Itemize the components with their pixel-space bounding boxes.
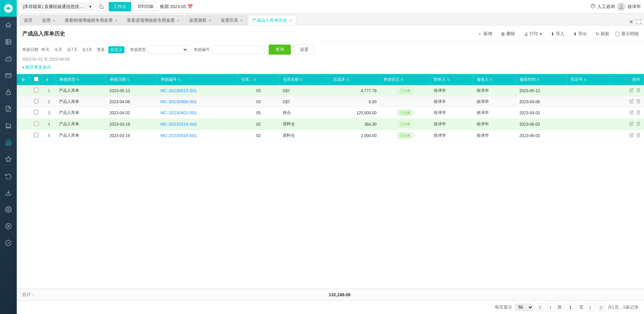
sidebar-item-warehouse[interactable] [0, 134, 17, 151]
tab-invoice-calc-close[interactable]: × [209, 18, 211, 23]
tab-check-sales-vat-label: 查看销项增值税专用发票 [65, 17, 113, 23]
import-button[interactable]: ⬇ 导入 [548, 29, 567, 38]
row-delete-icon[interactable] [636, 133, 641, 138]
new-label: 新增 [483, 31, 492, 37]
row-number-link[interactable]: MC-20230406-001 [160, 99, 197, 104]
new-button[interactable]: ＋ 新增 [475, 29, 495, 38]
filter-number-input[interactable] [212, 46, 265, 54]
date-shortcut-1month[interactable]: 近1月 [81, 46, 94, 53]
display-toggle-checkbox[interactable] [615, 32, 620, 36]
copy-icon-btn[interactable] [97, 2, 106, 11]
first-page-button[interactable]: ⟨⟨ [536, 303, 544, 311]
date-shortcut-today[interactable]: 今天 [53, 46, 64, 53]
col-creator[interactable]: 制单人 ⇅ [430, 74, 473, 85]
tab-invoice-close[interactable]: × [53, 18, 55, 23]
workbench-button[interactable]: 工作台 [109, 2, 131, 11]
sidebar-item-star[interactable] [0, 151, 17, 168]
sidebar-item-refresh[interactable] [0, 168, 17, 184]
tab-home[interactable]: 首页 [19, 15, 37, 25]
filter-expand-btn[interactable]: ▾ 展开更多条件 [22, 64, 639, 70]
select-all-checkbox[interactable] [34, 77, 39, 81]
row-settings-icon [17, 130, 30, 141]
row-edit-icon[interactable] [629, 88, 634, 93]
col-modify-time[interactable]: 修改时间 ⇅ [516, 74, 567, 85]
tab-product-history-close[interactable]: × [289, 18, 292, 23]
col-status[interactable]: 单据状态 ⇅ [380, 74, 430, 85]
row-delete-icon[interactable] [636, 110, 641, 116]
tab-check-sales-vat-close[interactable]: × [115, 18, 117, 23]
row-checkbox[interactable] [34, 121, 39, 126]
row-checkbox[interactable] [34, 99, 39, 104]
col-modifier[interactable]: 修改人 ⇅ [473, 74, 516, 85]
row-edit-icon[interactable] [629, 133, 634, 138]
row-number-link[interactable]: MC-20230402-001 [160, 110, 197, 115]
sidebar-item-book[interactable] [0, 117, 17, 134]
sidebar-item-home[interactable] [0, 17, 17, 34]
tab-invoice[interactable]: 发票 × [38, 15, 60, 25]
col-type[interactable]: 单据类型 ⇅ [56, 74, 106, 85]
sidebar-item-settings[interactable] [0, 201, 17, 218]
sidebar-item-lock[interactable] [0, 84, 17, 101]
reset-button[interactable]: 设置 [294, 45, 314, 55]
row-number-link[interactable]: MC-20230513-001 [160, 88, 197, 93]
sidebar-item-play[interactable] [0, 218, 17, 235]
company-selector[interactable]: (库存核算) 直播轻娱通信息技术股份... ▾ [20, 2, 94, 11]
user-name[interactable]: 徐泽华 [628, 4, 641, 10]
next-page-button[interactable]: ⟩ [586, 303, 594, 311]
tab-close-all-button[interactable]: ✕ [629, 19, 633, 25]
tab-check-input-vat[interactable]: 查看进项增值税专用发票 × [122, 15, 184, 25]
col-number[interactable]: 单据编号 ⇅ [157, 74, 237, 85]
tab-check-input-vat-close[interactable]: × [177, 18, 179, 23]
row-delete-icon[interactable] [636, 121, 641, 127]
tab-invoice-open[interactable]: 发票开具 × [216, 15, 247, 25]
col-date[interactable]: 单据日期 ⇅ [106, 74, 157, 85]
row-checkbox[interactable] [34, 110, 39, 115]
sidebar-item-list[interactable] [0, 34, 17, 50]
display-toggle[interactable]: 显示明细 [615, 31, 639, 37]
help-icon[interactable] [591, 4, 595, 9]
row-checkbox[interactable] [34, 133, 39, 137]
row-checkbox[interactable] [34, 88, 39, 92]
col-total-cost[interactable]: 总成本 ⇅ [330, 74, 380, 85]
per-page-select[interactable]: 50 100 [515, 304, 533, 311]
col-warehouse-name[interactable]: 仓库名称 ⇅ [279, 74, 330, 85]
col-warehouse-code[interactable]: 仓库... ⇅ [238, 74, 279, 85]
row-number-link[interactable]: MC-20230319-002 [160, 122, 197, 127]
tab-check-sales-vat[interactable]: 查看销项增值税专用发票 × [60, 15, 122, 25]
page-input[interactable] [565, 304, 577, 311]
col-settings[interactable]: ⚙ [17, 74, 30, 85]
sidebar-item-finance[interactable] [0, 67, 17, 84]
row-edit-icon[interactable] [629, 121, 634, 127]
calendar-icon[interactable]: 📅 [187, 4, 193, 9]
print-button[interactable]: 🖨 打印 ▾ [521, 29, 545, 38]
tab-invoice-calc[interactable]: 发票测算 × [185, 15, 216, 25]
sidebar-item-v[interactable] [0, 235, 17, 251]
row-delete-icon[interactable] [636, 99, 641, 105]
prev-page-button[interactable]: ⟨ [547, 303, 555, 311]
date-shortcut-7days[interactable]: 近7天 [66, 46, 79, 53]
last-page-button[interactable]: ⟩⟩ [597, 303, 605, 311]
date-shortcut-custom[interactable]: 自定义 [108, 46, 124, 53]
sidebar-item-chart[interactable] [0, 50, 17, 67]
tab-maximize-button[interactable]: ⛶ [636, 19, 641, 25]
sidebar-item-doc[interactable] [0, 101, 17, 117]
query-button[interactable]: 查询 [269, 45, 291, 55]
help-label[interactable]: 人工咨询 [597, 4, 615, 10]
switch-old-version-button[interactable]: 切到旧版 [134, 2, 157, 11]
app-logo[interactable] [0, 0, 17, 17]
col-voucher[interactable]: 凭证号 ⇅ [567, 74, 610, 85]
delete-button[interactable]: 🗑 删除 [498, 29, 518, 38]
date-shortcut-yesterday[interactable]: 昨天 [40, 46, 51, 53]
export-button[interactable]: ⬆ 导出 [571, 29, 590, 38]
refresh-button[interactable]: ↻ 刷新 [593, 29, 612, 38]
row-edit-icon[interactable] [629, 99, 634, 105]
row-edit-icon[interactable] [629, 110, 634, 116]
date-shortcut-more[interactable]: 更多 [96, 46, 106, 53]
tab-product-history[interactable]: 产成品入库单历史 × [248, 15, 296, 25]
row-delete-icon[interactable] [636, 88, 641, 93]
sidebar-item-download[interactable] [0, 184, 17, 201]
row-number-link[interactable]: MC-20230319-001 [160, 133, 197, 138]
filter-type-select[interactable] [148, 45, 188, 54]
tab-invoice-open-label: 发票开具 [221, 17, 238, 23]
tab-invoice-open-close[interactable]: × [240, 18, 243, 23]
